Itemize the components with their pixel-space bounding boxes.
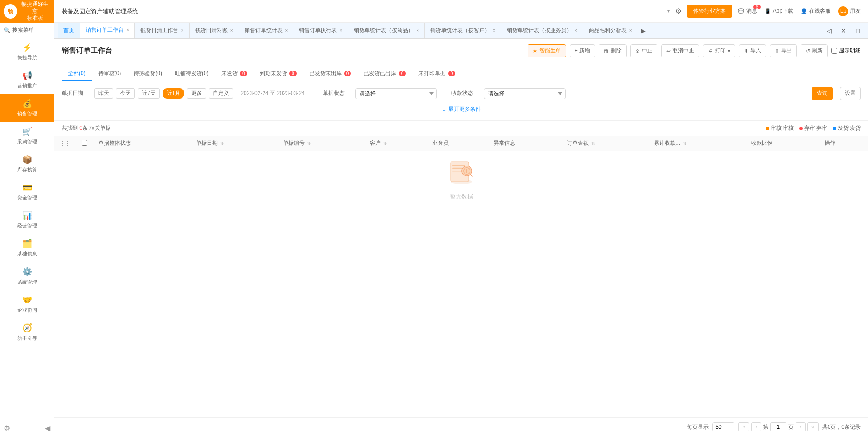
sub-tab-wangpu[interactable]: 旺铺待发货(0)	[168, 67, 215, 81]
tab-sales-stat[interactable]: 销售订单统计表 ×	[239, 23, 294, 39]
print-btn[interactable]: 🖨 打印 ▾	[703, 44, 735, 57]
export-btn[interactable]: ⬆ 导出	[770, 44, 797, 57]
review-action-btn[interactable]: 审核 审核	[766, 124, 794, 132]
date-btn-last1m[interactable]: 近1月	[163, 88, 185, 99]
smart-create-btn[interactable]: ★ 智能生单	[528, 44, 566, 57]
sub-tab-shipped-not-warehoused[interactable]: 已发货未出库 0	[303, 67, 358, 81]
finance-label: 资金管理	[17, 194, 37, 201]
expand-filter-btn[interactable]: ⌄ 展开更多条件	[62, 104, 861, 115]
sub-tab-expired-unshipped[interactable]: 到期未发货 0	[254, 67, 303, 81]
cancel-suspend-btn[interactable]: ↩ 取消中止	[661, 44, 699, 57]
tab-home[interactable]: 首页	[58, 23, 80, 39]
next-page-btn[interactable]: ›	[796, 422, 806, 431]
tab-sale-by-product-close[interactable]: ×	[416, 28, 419, 33]
date-btn-more[interactable]: 更多	[187, 88, 206, 99]
date-btn-yesterday[interactable]: 昨天	[94, 88, 113, 99]
tab-gross-profit-close[interactable]: ×	[629, 28, 632, 33]
tab-scroll-right[interactable]: ▶	[638, 25, 648, 36]
sidebar: 畅 畅捷通好生意 标准版 🔍 搜索菜单 ⚡ 快捷导航 📢 营销推广 💰 销售管理…	[0, 0, 54, 436]
col-customer[interactable]: 客户 ⇅	[364, 136, 427, 151]
import-btn[interactable]: ⬇ 导入	[739, 44, 766, 57]
tab-sale-by-staff[interactable]: 销货单统计表（按业务员） ×	[501, 23, 583, 39]
main-area: 装备及固定资产辅助管理系统 ▾ ⚙ 体验行业方案 💬 6 消息 📱 App下载 …	[54, 0, 868, 436]
last-page-btn[interactable]: »	[807, 422, 819, 431]
app-download-btn[interactable]: 📱 App下载	[764, 7, 793, 15]
date-btn-today[interactable]: 今天	[116, 88, 135, 99]
prev-page-btn[interactable]: ‹	[751, 422, 761, 431]
sub-tab-pending-inspect[interactable]: 待拣验货(0)	[127, 67, 168, 81]
tab-window-close[interactable]: ✕	[837, 25, 850, 36]
sub-tab-unshipped[interactable]: 未发货 0	[215, 67, 254, 81]
tab-sales-stat-close[interactable]: ×	[285, 28, 288, 33]
online-service-btn[interactable]: 👤 在线客服	[801, 7, 831, 15]
settings-bottom-icon[interactable]: ⚙	[4, 424, 10, 432]
sidebar-item-system[interactable]: ⚙️ 系统管理	[0, 262, 54, 290]
tab-sale-by-staff-close[interactable]: ×	[575, 28, 577, 33]
tab-sales-exec-label: 销售订单执行表	[299, 27, 337, 34]
sidebar-item-marketing[interactable]: 📢 营销推广	[0, 66, 54, 94]
expired-badge: 0	[289, 71, 297, 76]
sidebar-search[interactable]: 🔍 搜索菜单	[0, 23, 54, 38]
col-status[interactable]: 单据整体状态	[93, 136, 191, 151]
sidebar-item-finance[interactable]: 💳 资金管理	[0, 178, 54, 206]
new-btn[interactable]: + 新增	[570, 44, 595, 57]
date-btn-custom[interactable]: 自定义	[209, 88, 233, 99]
col-collected[interactable]: 累计收款... ⇅	[648, 136, 746, 151]
tab-cash-daily[interactable]: 钱货日清工作台 ×	[135, 23, 190, 39]
industry-btn[interactable]: 体验行业方案	[687, 5, 732, 18]
sidebar-item-guide[interactable]: 🧭 新手引导	[0, 318, 54, 346]
sub-tab-shipped-warehoused[interactable]: 已发货已出库 0	[357, 67, 412, 81]
tab-cash-daily-close[interactable]: ×	[181, 28, 184, 33]
tab-sale-by-customer[interactable]: 销货单统计表（按客户） ×	[425, 23, 501, 39]
show-detail-checkbox-wrapper[interactable]: 显示明细	[831, 47, 861, 55]
current-page-input[interactable]	[770, 422, 786, 431]
filter-payment-select[interactable]: 请选择	[484, 88, 566, 99]
sidebar-item-basic[interactable]: 🗂️ 基础信息	[0, 234, 54, 262]
per-page-select[interactable]: 10 20 50 100	[712, 422, 734, 431]
sub-tab-unprinted[interactable]: 未打印单据 0	[412, 67, 461, 81]
first-page-btn[interactable]: «	[738, 422, 749, 431]
sidebar-item-purchase[interactable]: 🛒 采购管理	[0, 122, 54, 150]
tab-sales-exec[interactable]: 销售订单执行表 ×	[293, 23, 348, 39]
tab-sales-order[interactable]: 销售订单工作台 ×	[80, 23, 135, 39]
tab-window-expand[interactable]: ⊡	[852, 25, 864, 36]
collapse-icon[interactable]: ◀	[45, 424, 50, 432]
ship-action-btn[interactable]: 发货 发货	[833, 124, 861, 132]
sidebar-item-enterprise[interactable]: 🤝 企业协同	[0, 290, 54, 318]
query-btn[interactable]: 查询	[812, 87, 833, 100]
tab-sale-by-customer-close[interactable]: ×	[493, 28, 495, 33]
suspend-btn[interactable]: ⊘ 中止	[630, 44, 657, 57]
date-btn-last7[interactable]: 近7天	[138, 88, 160, 99]
col-amount[interactable]: 订单金额 ⇅	[561, 136, 648, 151]
sidebar-item-quick-nav[interactable]: ⚡ 快捷导航	[0, 38, 54, 66]
tab-cash-reconcile-close[interactable]: ×	[230, 28, 233, 33]
sidebar-item-inventory[interactable]: 📦 库存核算	[0, 150, 54, 178]
tab-sales-exec-close[interactable]: ×	[340, 28, 342, 33]
col-date[interactable]: 单据日期 ⇅	[191, 136, 278, 151]
cancel-review-action-btn[interactable]: 弃审 弃审	[799, 124, 827, 132]
header-settings-icon[interactable]: ⚙	[675, 7, 681, 15]
col-number[interactable]: 单据编号 ⇅	[278, 136, 364, 151]
tab-sale-by-product[interactable]: 销货单统计表（按商品） ×	[348, 23, 425, 39]
settings-btn[interactable]: 设置	[840, 87, 861, 100]
system-dropdown-arrow[interactable]: ▾	[667, 9, 670, 14]
page-title: 销售订单工作台	[62, 46, 112, 56]
tab-cash-reconcile[interactable]: 钱货日清对账 ×	[190, 23, 239, 39]
refresh-btn[interactable]: ↺ 刷新	[801, 44, 828, 57]
sub-tab-pending-review[interactable]: 待审核(0)	[92, 67, 128, 81]
ship-dot	[833, 127, 836, 130]
sub-tab-all[interactable]: 全部(0)	[62, 67, 92, 81]
print-dropdown[interactable]: ▾	[728, 48, 730, 54]
user-btn[interactable]: Ea 用友	[838, 6, 861, 16]
tab-window-prev[interactable]: ◁	[823, 25, 835, 36]
filter-status-select[interactable]: 请选择	[355, 88, 437, 99]
select-all-checkbox[interactable]	[82, 140, 87, 146]
message-btn[interactable]: 💬 6 消息	[738, 7, 757, 15]
tab-gross-profit[interactable]: 商品毛利分析表 ×	[583, 23, 638, 39]
show-detail-checkbox[interactable]	[831, 48, 837, 54]
delete-btn[interactable]: 🗑 删除	[599, 44, 627, 57]
sidebar-item-sales[interactable]: 💰 销售管理	[0, 94, 54, 122]
tab-sales-order-close[interactable]: ×	[126, 28, 129, 33]
sidebar-item-business[interactable]: 📊 经营管理	[0, 206, 54, 234]
col-salesperson[interactable]: 业务员	[427, 136, 488, 151]
